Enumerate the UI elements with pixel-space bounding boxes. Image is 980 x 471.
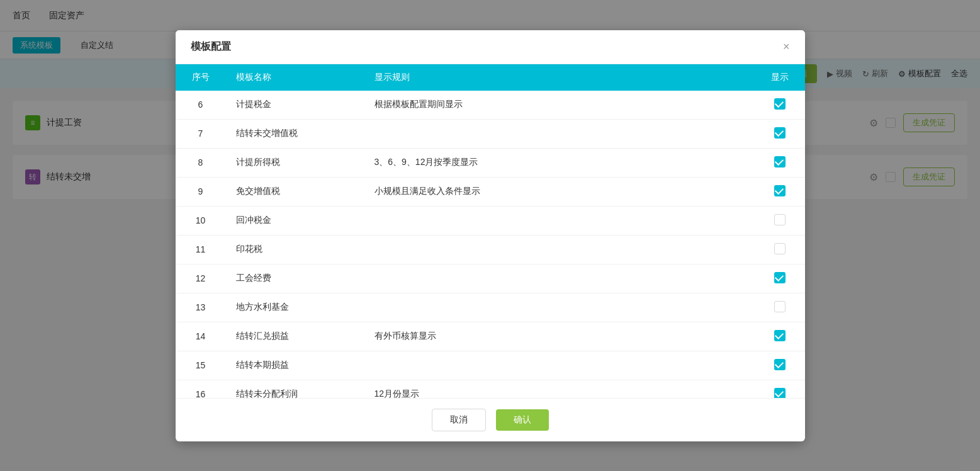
table-row: 9免交增值税小规模且满足收入条件显示 xyxy=(176,177,805,206)
config-table: 序号 模板名称 显示规则 显示 6计提税金根据模板配置期间显示7结转未交增值税8… xyxy=(176,64,805,398)
cell-display xyxy=(755,264,805,293)
confirm-button[interactable]: 确认 xyxy=(496,409,549,431)
cell-rule xyxy=(364,293,755,322)
cell-name: 结转未交增值税 xyxy=(226,119,364,148)
header-name: 模板名称 xyxy=(226,64,364,91)
cell-seq: 12 xyxy=(176,264,226,293)
cell-seq: 14 xyxy=(176,322,226,351)
cell-rule xyxy=(364,235,755,264)
modal-header: 模板配置 × xyxy=(176,30,805,64)
table-row: 14结转汇兑损益有外币核算显示 xyxy=(176,322,805,351)
display-checkbox-4[interactable] xyxy=(774,214,786,225)
cell-seq: 11 xyxy=(176,235,226,264)
modal-body: 序号 模板名称 显示规则 显示 6计提税金根据模板配置期间显示7结转未交增值税8… xyxy=(176,64,805,398)
modal-overlay: 模板配置 × 序号 模板名称 显示规则 显示 6计提税金根据模板配置期间显 xyxy=(0,0,980,471)
table-row: 10回冲税金 xyxy=(176,206,805,235)
cell-name: 计提税金 xyxy=(226,91,364,120)
table-row: 8计提所得税3、6、9、12月按季度显示 xyxy=(176,148,805,177)
cell-seq: 6 xyxy=(176,91,226,120)
table-row: 7结转未交增值税 xyxy=(176,119,805,148)
cell-rule: 小规模且满足收入条件显示 xyxy=(364,177,755,206)
display-checkbox-5[interactable] xyxy=(774,243,786,254)
cell-rule xyxy=(364,351,755,380)
cell-display xyxy=(755,351,805,380)
table-body: 6计提税金根据模板配置期间显示7结转未交增值税8计提所得税3、6、9、12月按季… xyxy=(176,91,805,398)
cell-seq: 8 xyxy=(176,148,226,177)
display-checkbox-6[interactable] xyxy=(774,272,786,283)
cancel-button[interactable]: 取消 xyxy=(432,409,486,431)
cell-seq: 7 xyxy=(176,119,226,148)
cell-rule xyxy=(364,206,755,235)
cell-rule xyxy=(364,264,755,293)
cell-seq: 15 xyxy=(176,351,226,380)
cell-rule: 12月份显示 xyxy=(364,380,755,398)
cell-display xyxy=(755,380,805,398)
modal-close-button[interactable]: × xyxy=(783,41,790,52)
display-checkbox-7[interactable] xyxy=(774,301,786,312)
cell-rule xyxy=(364,119,755,148)
cell-seq: 13 xyxy=(176,293,226,322)
cell-seq: 10 xyxy=(176,206,226,235)
cell-name: 回冲税金 xyxy=(226,206,364,235)
header-row: 序号 模板名称 显示规则 显示 xyxy=(176,64,805,91)
cell-display xyxy=(755,119,805,148)
cell-rule: 有外币核算显示 xyxy=(364,322,755,351)
display-checkbox-2[interactable] xyxy=(774,156,786,167)
table-row: 6计提税金根据模板配置期间显示 xyxy=(176,91,805,120)
cell-name: 工会经费 xyxy=(226,264,364,293)
cell-rule: 根据模板配置期间显示 xyxy=(364,91,755,120)
cell-display xyxy=(755,206,805,235)
display-checkbox-8[interactable] xyxy=(774,330,786,341)
modal-footer: 取消 确认 xyxy=(176,398,805,441)
cell-display xyxy=(755,91,805,120)
cell-display xyxy=(755,148,805,177)
display-checkbox-3[interactable] xyxy=(774,185,786,196)
cell-display xyxy=(755,177,805,206)
table-row: 11印花税 xyxy=(176,235,805,264)
cell-display xyxy=(755,293,805,322)
header-seq: 序号 xyxy=(176,64,226,91)
table-row: 13地方水利基金 xyxy=(176,293,805,322)
cell-name: 结转汇兑损益 xyxy=(226,322,364,351)
modal-template-config: 模板配置 × 序号 模板名称 显示规则 显示 6计提税金根据模板配置期间显 xyxy=(176,30,805,441)
table-header: 序号 模板名称 显示规则 显示 xyxy=(176,64,805,91)
display-checkbox-0[interactable] xyxy=(774,98,786,110)
table-row: 12工会经费 xyxy=(176,264,805,293)
table-row: 16结转未分配利润12月份显示 xyxy=(176,380,805,398)
cell-display xyxy=(755,235,805,264)
display-checkbox-1[interactable] xyxy=(774,127,786,139)
cell-name: 地方水利基金 xyxy=(226,293,364,322)
header-rule: 显示规则 xyxy=(364,64,755,91)
cell-name: 免交增值税 xyxy=(226,177,364,206)
table-scroll-container[interactable]: 序号 模板名称 显示规则 显示 6计提税金根据模板配置期间显示7结转未交增值税8… xyxy=(176,64,805,398)
cell-name: 结转本期损益 xyxy=(226,351,364,380)
cell-seq: 9 xyxy=(176,177,226,206)
cell-display xyxy=(755,322,805,351)
cell-name: 计提所得税 xyxy=(226,148,364,177)
table-row: 15结转本期损益 xyxy=(176,351,805,380)
cell-name: 结转未分配利润 xyxy=(226,380,364,398)
header-display: 显示 xyxy=(755,64,805,91)
modal-title: 模板配置 xyxy=(191,40,231,54)
display-checkbox-9[interactable] xyxy=(774,359,786,370)
display-checkbox-10[interactable] xyxy=(774,388,786,398)
cell-rule: 3、6、9、12月按季度显示 xyxy=(364,148,755,177)
cell-name: 印花税 xyxy=(226,235,364,264)
cell-seq: 16 xyxy=(176,380,226,398)
